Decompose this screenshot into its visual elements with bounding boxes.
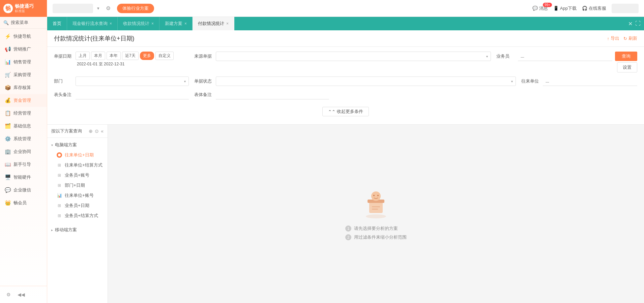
export-button[interactable]: ↑ 导出: [607, 35, 620, 41]
sidebar-nav: ⚡ 快捷导航 📢 营销推广 📊 销售管理 🛒 采购管理 📦 库存核算 💰 资金管…: [0, 29, 47, 286]
schema-item-salesperson-account[interactable]: ⊞ 业务员+账号: [47, 170, 108, 180]
table-schema-icon-5: ⊞: [57, 213, 62, 218]
source-select[interactable]: ▾: [216, 52, 491, 61]
header-note-label: 表头备注: [54, 90, 73, 99]
setting-button[interactable]: 设置: [617, 62, 637, 72]
table-schema-icon-1: ⊞: [57, 162, 62, 168]
desktop-schema-group: ▾ 电脑端方案 往来单位+日期 ⊞ 往来单位+结算方式 ⊞: [47, 138, 108, 223]
messages-button[interactable]: 💬 消息 99+: [532, 5, 548, 11]
counterpart-filter-group: 往来单位: [521, 77, 637, 86]
source-label: 来源单据: [194, 52, 213, 61]
sidebar-item-purchase[interactable]: 🛒 采购管理: [0, 68, 47, 81]
search-menu[interactable]: 🔍 搜索菜单: [0, 17, 47, 29]
tab-close-new-plan[interactable]: ×: [184, 21, 187, 26]
filter-row-2: 部门 ▾ 单据状态 ▾ 往来单位: [54, 77, 637, 86]
operations-icon: 📋: [5, 110, 11, 116]
filter-row-1: 单据日期 上月 本月 本年 近7天 更多 自定义 2022-01-01 至 20…: [54, 52, 637, 72]
tab-close-bank[interactable]: ×: [110, 21, 112, 26]
page-actions: ↑ 导出 ↻ 刷新: [607, 35, 638, 46]
collapse-button[interactable]: ⌃⌃ 收起更多条件: [322, 107, 369, 116]
mobile-icon: 📱: [553, 6, 559, 11]
tab-close-payment[interactable]: ×: [226, 21, 229, 26]
schema-item-salesperson-settlement[interactable]: ⊞ 业务员+结算方式: [47, 211, 108, 221]
settings-icon[interactable]: ⚙: [104, 4, 113, 13]
schema-item-counterpart-account[interactable]: 📊 往来单位+账号: [47, 190, 108, 201]
mobile-expand-arrow-icon: ▸: [51, 228, 53, 232]
collapse-sidebar-button[interactable]: ◀◀: [16, 290, 26, 300]
sidebar-item-system[interactable]: ⚙️ 系统管理: [0, 132, 47, 145]
sidebar-item-guide[interactable]: 📖 新手引导: [0, 158, 47, 171]
source-dropdown-icon: ▾: [486, 55, 488, 58]
date-buttons: 上月 本月 本年 近7天 更多 自定义: [76, 52, 174, 60]
desktop-schema-toggle[interactable]: ▾ 电脑端方案: [47, 140, 108, 150]
counterpart-input[interactable]: [543, 77, 637, 86]
schema-item-counterpart-date[interactable]: 往来单位+日期: [47, 150, 108, 160]
user-info[interactable]: [53, 4, 93, 13]
marketing-icon: 📢: [5, 46, 11, 52]
tip-number-1: 1: [345, 225, 351, 232]
sidebar-item-sales[interactable]: 📊 销售管理: [0, 56, 47, 68]
table-schema-icon-3: ⊞: [57, 183, 62, 188]
last-month-btn[interactable]: 上月: [76, 52, 90, 60]
query-button[interactable]: 查询: [615, 52, 637, 61]
settings-footer-button[interactable]: ⚙: [3, 290, 13, 300]
salesperson-input[interactable]: [518, 52, 612, 61]
more-date-btn[interactable]: 更多: [140, 52, 154, 60]
header-note-group: 表头备注: [54, 90, 189, 99]
sidebar: 畅 畅捷通巧 标准版 🔍 搜索菜单 ⚡ 快捷导航 📢 营销推广 📊 销售管理 🛒…: [0, 0, 47, 303]
maximize-tab-icon[interactable]: ⛶: [635, 21, 641, 27]
tab-payment[interactable]: 付款情况统计 ×: [193, 17, 234, 30]
tab-bank[interactable]: 现金银行流水查询 ×: [67, 17, 118, 30]
mobile-schema-toggle[interactable]: ▸ 移动端方案: [47, 225, 108, 235]
close-tab-icon[interactable]: ✕: [628, 21, 633, 27]
tab-home[interactable]: 首页: [47, 17, 67, 30]
dept-select[interactable]: ▾: [76, 77, 189, 86]
this-year-btn[interactable]: 本年: [107, 52, 121, 60]
user-dropdown-arrow[interactable]: ▾: [97, 6, 99, 11]
sidebar-item-operations[interactable]: 📋 经营管理: [0, 107, 47, 120]
collapse-panel-icon[interactable]: «: [101, 128, 104, 134]
this-month-btn[interactable]: 本月: [91, 52, 105, 60]
header-note-input[interactable]: [76, 90, 189, 99]
app-download-button[interactable]: 📱 App下载: [553, 5, 577, 11]
trial-button[interactable]: 体验行业方案: [117, 4, 154, 13]
sidebar-item-funds[interactable]: 💰 资金管理: [0, 94, 47, 107]
svg-rect-8: [372, 209, 378, 210]
schema-item-dept-date[interactable]: ⊞ 部门+日期: [47, 180, 108, 190]
filter-area: 单据日期 上月 本月 本年 近7天 更多 自定义 2022-01-01 至 20…: [47, 47, 644, 125]
date-label: 单据日期: [54, 52, 73, 61]
add-schema-icon[interactable]: ⊕: [89, 128, 93, 134]
sidebar-item-wechat[interactable]: 💬 企业微信: [0, 184, 47, 196]
mobile-schema-group: ▸ 移动端方案: [47, 223, 108, 237]
custom-date-btn[interactable]: 自定义: [155, 52, 174, 60]
sidebar-item-hardware[interactable]: 🖥️ 智能硬件: [0, 171, 47, 184]
funds-icon: 💰: [5, 97, 11, 103]
schema-item-counterpart-settlement[interactable]: ⊞ 往来单位+结算方式: [47, 160, 108, 170]
sidebar-item-enterprise[interactable]: 🏢 企业协同: [0, 145, 47, 158]
sidebar-item-inventory[interactable]: 📦 库存核算: [0, 81, 47, 94]
left-panel-actions: ⊕ ⊙ «: [89, 128, 104, 134]
tab-receipt[interactable]: 收款情况统计 ×: [118, 17, 159, 30]
inventory-icon: 📦: [5, 85, 11, 91]
tab-new-plan[interactable]: 新建方案 ×: [159, 17, 193, 30]
date-range-text: 2022-01-01 至 2022-12-31: [77, 61, 174, 67]
logo-text: 畅捷通巧 标准版: [15, 3, 34, 14]
body-note-input[interactable]: [216, 90, 329, 99]
refresh-button[interactable]: ↻ 刷新: [623, 35, 637, 41]
user-avatar[interactable]: [612, 4, 639, 13]
tab-close-receipt[interactable]: ×: [151, 21, 154, 26]
guide-icon: 📖: [5, 161, 11, 168]
sidebar-item-basic[interactable]: 🗂️ 基础信息: [0, 120, 47, 132]
search-icon: 🔍: [3, 20, 9, 25]
schema-item-salesperson-date[interactable]: ⊞ 业务员+日期: [47, 201, 108, 211]
sidebar-item-quick-nav[interactable]: ⚡ 快捷导航: [0, 30, 47, 43]
sidebar-item-marketing[interactable]: 📢 营销推广: [0, 43, 47, 56]
doc-status-dropdown-icon: ▾: [511, 80, 513, 83]
schema-settings-icon[interactable]: ⊙: [95, 128, 99, 134]
last-7days-btn[interactable]: 近7天: [122, 52, 139, 60]
doc-status-select[interactable]: ▾: [216, 77, 516, 86]
sidebar-item-member[interactable]: 👑 畅会员: [0, 196, 47, 209]
page-content: 付款情况统计(往来单位+日期) ↑ 导出 ↻ 刷新 单据日期: [47, 30, 644, 303]
empty-state: 1 请先选择要分析的方案 2 用过滤条件来缩小分析范围: [345, 188, 407, 240]
online-service-button[interactable]: 🎧 在线客服: [582, 5, 606, 11]
